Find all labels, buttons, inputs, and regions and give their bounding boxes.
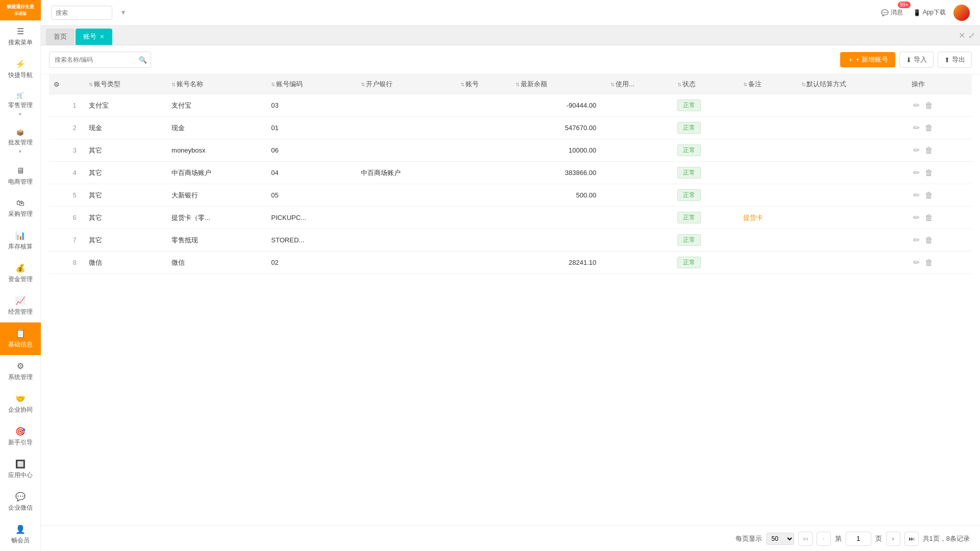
export-button[interactable]: ⬆ 导出 <box>938 52 972 68</box>
edit-icon[interactable]: ✏ <box>913 191 920 199</box>
sidebar-item-enterprise-wechat[interactable]: 💬 企业微信 <box>0 486 41 518</box>
row-balance: -90444.00 <box>511 94 606 117</box>
row-num: 1 <box>64 94 85 117</box>
delete-icon[interactable]: 🗑 <box>925 258 933 267</box>
user-avatar[interactable] <box>953 5 970 21</box>
import-button[interactable]: ⬇ 导入 <box>899 52 934 68</box>
table-row: 6 其它 提货卡（零... PICKUPC... 正常 提货卡 ✏ 🗑 <box>49 207 972 229</box>
page-prev-button[interactable]: ‹ <box>817 532 831 546</box>
sidebar-item-enterprise-agreement[interactable]: 🤝 企业协同 <box>0 388 41 420</box>
row-bank <box>357 184 456 207</box>
col-type[interactable]: ⇅账号类型 <box>85 74 167 94</box>
col-balance[interactable]: ⇅最新余额 <box>511 74 606 94</box>
edit-icon[interactable]: ✏ <box>913 101 920 110</box>
sidebar-item-quick-nav[interactable]: ⚡ 快捷导航 <box>0 53 41 86</box>
col-note[interactable]: ⇅备注 <box>739 74 797 94</box>
pagination-bar: 每页显示 50 100 200 ⏮ ‹ 第 页 › ⏭ 共1页，8条记录 <box>41 525 980 551</box>
sidebar-item-member[interactable]: 👤 畅会员 <box>0 518 41 551</box>
row-default-settlement <box>797 139 908 162</box>
delete-icon[interactable]: 🗑 <box>925 236 933 244</box>
row-status: 正常 <box>673 207 739 229</box>
page-first-button[interactable]: ⏮ <box>798 532 813 546</box>
delete-icon[interactable]: 🗑 <box>925 146 933 155</box>
edit-icon[interactable]: ✏ <box>913 258 920 267</box>
add-account-button[interactable]: ＋ + 新增账号 <box>840 52 895 67</box>
row-name: 微信 <box>167 252 267 274</box>
col-settings[interactable]: ⚙ <box>49 74 64 94</box>
edit-icon[interactable]: ✏ <box>913 236 920 244</box>
sidebar-item-search-menu[interactable]: ☰ 搜索菜单 <box>0 20 41 53</box>
system-mgmt-icon: ⚙ <box>17 361 24 371</box>
row-code: PICKUPC... <box>267 207 357 229</box>
search-input[interactable] <box>49 52 151 68</box>
delete-icon[interactable]: 🗑 <box>925 213 933 222</box>
top-header: ▼ 💬 消息 99+ 📱 App下载 <box>41 0 980 26</box>
home-tab-label: 首页 <box>54 32 67 41</box>
add-account-label: + 新增账号 <box>856 55 888 64</box>
sidebar-item-inventory-calc[interactable]: 📊 库存核算 <box>0 224 41 257</box>
edit-icon[interactable]: ✏ <box>913 123 920 132</box>
page-next-button[interactable]: › <box>886 532 900 546</box>
sidebar-item-new-guide[interactable]: 🎯 新手引导 <box>0 420 41 453</box>
col-bank[interactable]: ⇅开户银行 <box>357 74 456 94</box>
export-label: 导出 <box>952 55 965 64</box>
sidebar-item-purchase-mgmt[interactable]: 🛍 采购管理 <box>0 192 41 224</box>
sidebar-item-system-mgmt[interactable]: ⚙ 系统管理 <box>0 355 41 388</box>
page-input[interactable] <box>846 532 871 546</box>
col-name[interactable]: ⇅账号名称 <box>167 74 267 94</box>
tab-maximize-icon[interactable]: ⤢ <box>968 31 975 40</box>
delete-icon[interactable]: 🗑 <box>925 123 933 132</box>
sidebar-item-label: 批发管理 <box>8 138 33 147</box>
delete-icon[interactable]: 🗑 <box>925 191 933 199</box>
sidebar-item-app-center[interactable]: 🔲 应用中心 <box>0 453 41 486</box>
sidebar-item-wholesale-mgmt[interactable]: 📦 批发管理 ▼ <box>0 123 41 160</box>
tab-close-button[interactable]: ✕ <box>100 33 105 40</box>
col-usage[interactable]: ⇅使用... <box>606 74 673 94</box>
row-default-settlement <box>797 184 908 207</box>
row-code: STORED... <box>267 229 357 252</box>
account-tab-label: 账号 <box>83 32 96 41</box>
delete-icon[interactable]: 🗑 <box>925 101 933 110</box>
app-download-button[interactable]: 📱 App下载 <box>913 8 946 17</box>
col-action: 操作 <box>908 74 972 94</box>
row-balance: 500.00 <box>511 184 606 207</box>
tab-account[interactable]: 账号 ✕ <box>76 29 112 45</box>
logo-text: 畅捷通好生意 <box>7 4 34 10</box>
table-header: ⚙ ⇅账号类型 ⇅账号名称 ⇅账号编码 ⇅开户银行 ⇅账号 ⇅最新余额 ⇅使用.… <box>49 74 972 94</box>
delete-icon[interactable]: 🗑 <box>925 168 933 177</box>
col-code[interactable]: ⇅账号编码 <box>267 74 357 94</box>
tab-bar: 首页 账号 ✕ ✕ ⤢ <box>41 26 980 45</box>
row-name: moneybosx <box>167 139 267 162</box>
row-code: 04 <box>267 162 357 184</box>
sidebar-item-basic-info[interactable]: 📋 基础信息 <box>0 322 41 355</box>
row-status: 正常 <box>673 139 739 162</box>
sidebar-item-label: 零售管理 <box>8 101 33 110</box>
row-bank <box>357 207 456 229</box>
row-type: 其它 <box>85 207 167 229</box>
sidebar-item-capital-mgmt[interactable]: 💰 资金管理 <box>0 257 41 290</box>
page-size-select[interactable]: 50 100 200 <box>766 533 794 545</box>
sidebar-item-retail-mgmt[interactable]: 🛒 零售管理 ▼ <box>0 86 41 123</box>
message-button[interactable]: 💬 消息 99+ <box>878 6 905 19</box>
tab-home[interactable]: 首页 <box>46 29 75 45</box>
row-default-settlement <box>797 162 908 184</box>
search-icon[interactable]: 🔍 <box>139 56 147 64</box>
row-account <box>456 207 511 229</box>
page-last-button[interactable]: ⏭ <box>904 532 919 546</box>
edit-icon[interactable]: ✏ <box>913 213 920 222</box>
col-status[interactable]: ⇅状态 <box>673 74 739 94</box>
sidebar-item-ecommerce-mgmt[interactable]: 🖥 电商管理 <box>0 160 41 192</box>
row-type: 支付宝 <box>85 94 167 117</box>
edit-icon[interactable]: ✏ <box>913 168 920 177</box>
row-num: 2 <box>64 117 85 139</box>
col-account[interactable]: ⇅账号 <box>456 74 511 94</box>
col-default-settlement[interactable]: ⇅默认结算方式 <box>797 74 908 94</box>
sidebar-item-operation-mgmt[interactable]: 📈 经营管理 <box>0 290 41 322</box>
edit-icon[interactable]: ✏ <box>913 146 920 155</box>
header-search-input[interactable] <box>51 6 112 20</box>
row-status: 正常 <box>673 162 739 184</box>
row-bank <box>357 252 456 274</box>
toolbar: 🔍 ＋ + 新增账号 ⬇ 导入 ⬆ 导出 <box>41 45 980 74</box>
header-dropdown-icon[interactable]: ▼ <box>120 9 127 16</box>
tab-close-all-icon[interactable]: ✕ <box>959 31 965 40</box>
